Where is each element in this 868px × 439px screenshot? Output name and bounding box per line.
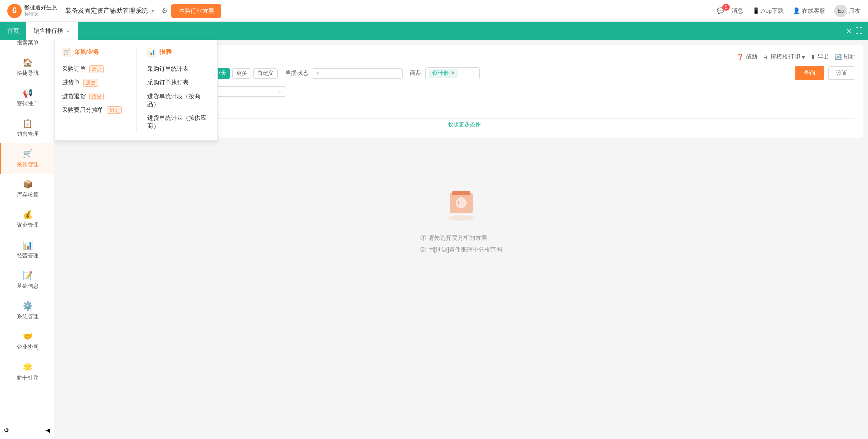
dropdown-goods-receipt[interactable]: 进货单 历史: [62, 76, 125, 89]
history-badge-0: 历史: [89, 65, 104, 73]
report-col-title: 📊 报表: [147, 48, 210, 57]
dropdown-report-2[interactable]: 进货单统计表（按商品）: [147, 89, 210, 111]
purchase-col-icon: 🛒: [62, 48, 71, 57]
history-badge-3: 历史: [107, 106, 122, 114]
dropdown-report-1[interactable]: 采购订单执行表: [147, 76, 210, 89]
dropdown-report-3[interactable]: 进货单统计表（按供应商）: [147, 111, 210, 133]
history-badge-1: 历史: [83, 79, 98, 87]
report-col-icon: 📊: [147, 48, 156, 57]
dropdown-purchase-cost[interactable]: 采购费用分摊单 历史: [62, 103, 125, 117]
dropdown-divider: [136, 48, 137, 133]
dropdown-purchase-order[interactable]: 采购订单 历史: [62, 62, 125, 76]
history-badge-2: 历史: [89, 93, 104, 100]
report-col: 📊 报表 采购订单统计表 采购订单执行表 进货单统计表（按商品） 进货单统计表（…: [147, 48, 210, 133]
purchase-col-title: 🛒 采购业务: [62, 48, 125, 57]
purchase-col: 🛒 采购业务 采购订单 历史 进货单 历史 进货退货 历史 采购费用分摊单 历史: [62, 48, 125, 133]
dropdown-goods-return[interactable]: 进货退货 历史: [62, 89, 125, 103]
dropdown-report-0[interactable]: 采购订单统计表: [147, 62, 210, 76]
dropdown-cols: 🛒 采购业务 采购订单 历史 进货单 历史 进货退货 历史 采购费用分摊单 历史: [62, 48, 210, 133]
purchase-dropdown-menu: 🛒 采购业务 采购订单 历史 进货单 历史 进货退货 历史 采购费用分摊单 历史: [54, 40, 218, 141]
